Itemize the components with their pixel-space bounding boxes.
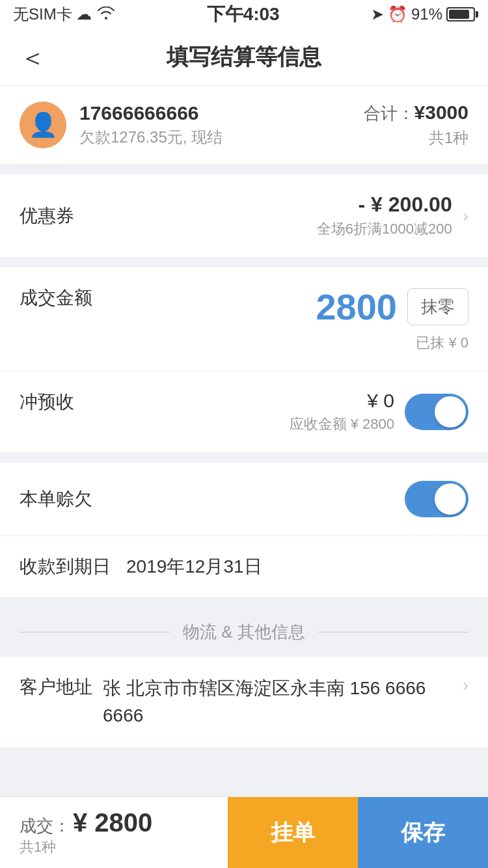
customer-info: 17666666666 欠款1276.35元, 现结 — [79, 102, 223, 148]
total-count: 共1种 — [364, 128, 468, 148]
hang-button[interactable]: 挂单 — [228, 797, 358, 869]
round-button[interactable]: 抹零 — [407, 288, 468, 325]
sim-label: 无SIM卡 ☁ — [13, 4, 92, 25]
bottom-deal-label: 成交： — [20, 815, 70, 837]
address-row[interactable]: 客户地址 张 北京市市辖区海淀区永丰南 156 6666 6666 › — [0, 657, 488, 748]
debt-section: 本单赊欠 收款到期日 2019年12月31日 — [0, 463, 488, 597]
content: 👤 17666666666 欠款1276.35元, 现结 合计：¥3000 共1… — [0, 86, 488, 868]
deal-amount-value: 2800 — [316, 286, 397, 328]
deal-amount-right: 2800 抹零 已抹 ¥ 0 — [316, 286, 468, 353]
avatar: 👤 — [20, 102, 66, 148]
prepay-label: 冲预收 — [20, 390, 85, 414]
coupon-section: 优惠券 - ¥ 200.00 全场6折满1000减200 › — [0, 174, 488, 257]
prepay-amount: ¥ 0 — [290, 390, 394, 412]
header-line-right — [318, 632, 468, 632]
address-label: 客户地址 — [20, 675, 92, 699]
chevron-right-icon: › — [463, 206, 468, 226]
battery-icon — [446, 7, 475, 21]
location-icon: ➤ — [371, 5, 384, 23]
prepay-detail: ¥ 0 应收金额 ¥ 2800 — [290, 390, 394, 434]
battery-percent: 91% — [411, 5, 442, 23]
due-date-value: 2019年12月31日 — [126, 554, 262, 579]
coupon-label: 优惠券 — [20, 204, 85, 228]
deal-label: 成交金额 — [20, 286, 92, 310]
customer-left: 👤 17666666666 欠款1276.35元, 现结 — [20, 102, 223, 148]
total-label: 合计：¥3000 — [364, 102, 468, 125]
logistics-title: 物流 & 其他信息 — [183, 621, 305, 644]
due-date-label: 收款到期日 — [20, 554, 111, 579]
due-date-row: 收款到期日 2019年12月31日 — [0, 536, 488, 597]
coupon-row[interactable]: 优惠券 - ¥ 200.00 全场6折满1000减200 › — [0, 174, 488, 257]
customer-right: 合计：¥3000 共1种 — [364, 102, 468, 148]
due-label-group: 收款到期日 2019年12月31日 — [20, 554, 262, 579]
prepay-sub: 应收金额 ¥ 2800 — [290, 414, 394, 434]
status-left: 无SIM卡 ☁ — [13, 4, 115, 25]
customer-phone: 17666666666 — [79, 102, 223, 124]
debt-row: 本单赊欠 — [0, 463, 488, 536]
back-button[interactable]: ＜ — [20, 44, 46, 70]
bottom-count: 共1种 — [20, 837, 208, 857]
debt-label: 本单赊欠 — [20, 487, 92, 511]
coupon-discount: - ¥ 200.00 — [317, 193, 452, 217]
save-button[interactable]: 保存 — [358, 797, 488, 869]
alarm-icon: ⏰ — [388, 5, 407, 23]
address-chevron-icon: › — [463, 675, 468, 696]
logistics-header: 物流 & 其他信息 — [0, 608, 488, 657]
status-bar: 无SIM卡 ☁ 下午4:03 ➤ ⏰ 91% — [0, 0, 488, 29]
header-line-left — [20, 632, 170, 632]
coupon-right: - ¥ 200.00 全场6折满1000减200 › — [317, 193, 468, 239]
deal-row: 成交金额 2800 抹零 已抹 ¥ 0 — [0, 267, 488, 372]
deal-section: 成交金额 2800 抹零 已抹 ¥ 0 冲预收 ¥ 0 应收金额 ¥ 2800 — [0, 267, 488, 452]
bottom-summary: 成交： ¥ 2800 共1种 — [0, 808, 228, 857]
status-right: ➤ ⏰ 91% — [371, 5, 475, 23]
address-value: 张 北京市市辖区海淀区永丰南 156 6666 6666 — [92, 675, 463, 729]
debt-toggle[interactable] — [405, 481, 468, 517]
customer-debt: 欠款1276.35元, 现结 — [79, 127, 223, 148]
status-time: 下午4:03 — [207, 2, 280, 27]
customer-card: 👤 17666666666 欠款1276.35元, 现结 合计：¥3000 共1… — [0, 86, 488, 164]
prepay-right-group: ¥ 0 应收金额 ¥ 2800 — [290, 390, 468, 434]
bottom-bar: 成交： ¥ 2800 共1种 挂单 保存 — [0, 796, 488, 868]
prepay-toggle[interactable] — [405, 394, 468, 430]
bottom-amount: ¥ 2800 — [73, 808, 152, 837]
coupon-desc: 全场6折满1000减200 — [317, 219, 452, 239]
wifi-icon — [97, 5, 115, 23]
nav-bar: ＜ 填写结算等信息 — [0, 29, 488, 86]
debt-right — [405, 481, 468, 517]
prepay-row: 冲预收 ¥ 0 应收金额 ¥ 2800 — [0, 372, 488, 452]
deal-amount-sub: 已抹 ¥ 0 — [416, 333, 468, 353]
coupon-detail: - ¥ 200.00 全场6折满1000减200 — [317, 193, 452, 239]
page-title: 填写结算等信息 — [167, 42, 321, 72]
